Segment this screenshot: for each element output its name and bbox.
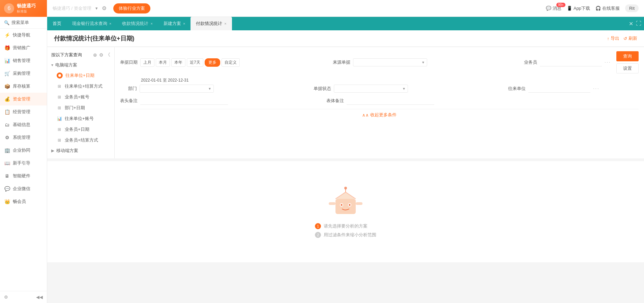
sidebar-search[interactable]: 🔍 搜索菜单 [0, 17, 47, 29]
app-download-button[interactable]: 📱 App下载 [567, 5, 590, 11]
scheme-item-staff-date[interactable]: ⊞ 业务员+日期 [47, 124, 114, 135]
tab-payment[interactable]: 付款情况统计 × [191, 17, 232, 30]
app-label: App下载 [574, 5, 590, 11]
svg-point-9 [344, 187, 347, 189]
sidebar-item-label: 销售管理 [13, 58, 30, 64]
scheme-item-counterpart-account[interactable]: 📊 往来单位+账号 [47, 113, 114, 124]
mobile-group-header[interactable]: ▶ 移动端方案 [47, 146, 114, 156]
collection-tab-close[interactable]: × [150, 22, 152, 26]
sidebar-item-member[interactable]: 👑 畅会员 [0, 195, 47, 208]
svg-rect-7 [356, 202, 362, 205]
topbar-gear-icon[interactable]: ⚙ [102, 5, 107, 11]
collapse-conditions-button[interactable]: ∧∧ 收起更多条件 [120, 109, 639, 121]
sidebar-item-hardware[interactable]: 🖥 智能硬件 [0, 170, 47, 182]
tab-new-scheme[interactable]: 新建方案 × [158, 17, 191, 30]
new-scheme-tab-close[interactable]: × [183, 22, 185, 26]
funds-icon: 💰 [4, 96, 10, 102]
scheme-item-counterpart-date[interactable]: 往来单位+日期 [47, 70, 114, 81]
counterpart-filter: 往来单位 ··· [508, 85, 599, 93]
filter-layout: 按以下方案查询 ⊕ ⚙ 《 ▾ 电脑端方案 [47, 47, 644, 158]
counterpart-dots-icon[interactable]: ··· [593, 86, 599, 92]
sidebar-item-enterprise[interactable]: 🏢 企业协同 [0, 144, 47, 157]
home-tab-label: 首页 [53, 21, 61, 27]
sidebar-item-funds[interactable]: 💰 资金管理 [0, 93, 47, 105]
operations-icon: 📋 [4, 109, 10, 115]
source-select[interactable]: ▾ [353, 58, 427, 66]
body-note-input[interactable] [347, 97, 434, 105]
date-btn-custom[interactable]: 自定义 [222, 58, 240, 67]
scheme-item-dept-date[interactable]: ⊞ 部门+日期 [47, 102, 114, 113]
date-btn-more[interactable]: 更多 [205, 58, 220, 67]
body-note-filter: 表体备注 [326, 97, 434, 105]
sidebar-item-label: 营销推广 [13, 45, 30, 51]
logo-text: 畅捷通巧 [17, 3, 36, 9]
date-btn-this-month[interactable]: 本月 [156, 58, 170, 67]
settings-icon[interactable]: ⚙ [4, 295, 8, 300]
maximize-window-icon[interactable]: ⛶ [636, 21, 641, 27]
svg-rect-1 [335, 199, 356, 214]
user-avatar[interactable]: Rit [625, 4, 639, 12]
payment-tab-close[interactable]: × [224, 22, 226, 26]
collapse-scheme-icon[interactable]: 《 [106, 52, 110, 58]
sidebar-item-sales[interactable]: 📊 销售管理 [0, 54, 47, 67]
quick-nav-icon: ⚡ [4, 32, 10, 38]
doc-status-arrow-icon: ▾ [403, 86, 405, 91]
sidebar-item-label: 快捷导航 [13, 32, 30, 38]
date-btn-7days[interactable]: 近7天 [187, 58, 203, 67]
sidebar-item-purchase[interactable]: 🛒 采购管理 [0, 67, 47, 80]
staff-input[interactable] [540, 58, 602, 66]
sidebar-item-inventory[interactable]: 📦 库存核算 [0, 80, 47, 93]
sidebar-item-label: 采购管理 [13, 70, 30, 77]
source-select-arrow-icon: ▾ [422, 60, 424, 65]
staff-filter: 业务员 ··· [520, 58, 611, 66]
svg-point-4 [341, 204, 343, 206]
topbar-dropdown-icon[interactable]: ▾ [95, 6, 98, 11]
guide-icon: 📖 [4, 160, 10, 166]
date-btn-last-month[interactable]: 上月 [140, 58, 154, 67]
close-window-icon[interactable]: ✕ [629, 21, 633, 27]
sidebar-item-system[interactable]: ⚙ 系统管理 [0, 131, 47, 144]
scheme-group-mobile: ▶ 移动端方案 [47, 146, 114, 156]
system-icon: ⚙ [4, 134, 10, 141]
tab-home[interactable]: 首页 [47, 17, 67, 30]
scheme-group-desktop-header[interactable]: ▾ 电脑端方案 [47, 60, 114, 70]
sidebar-item-basic-info[interactable]: 🗂 基础信息 [0, 118, 47, 131]
tab-bank[interactable]: 现金银行流水查询 × [67, 17, 117, 30]
export-button[interactable]: ↑ 导出 [607, 35, 620, 41]
search-icon: 🔍 [4, 20, 9, 25]
staff-dots-icon[interactable]: ··· [605, 59, 611, 65]
scheme-item-counterpart-payment[interactable]: ⊞ 往来单位+结算方式 [47, 81, 114, 92]
version-text: 标准版 [17, 9, 36, 14]
collapse-sidebar-icon[interactable]: ◀◀ [36, 295, 43, 300]
sidebar-item-label: 系统管理 [13, 134, 30, 141]
sidebar-item-guide[interactable]: 📖 新手引导 [0, 157, 47, 170]
filter-settings-button[interactable]: 设置 [616, 63, 639, 73]
sidebar-item-quick-nav[interactable]: ⚡ 快捷导航 [0, 29, 47, 41]
scheme-item-label: 往来单位+结算方式 [65, 83, 103, 89]
logo-icon: 6 [4, 3, 14, 13]
scheme-settings-icon[interactable]: ⚙ [99, 52, 104, 58]
sidebar-item-weixin[interactable]: 💬 企业微信 [0, 182, 47, 195]
scheme-item-staff-payment[interactable]: ⊞ 业务员+结算方式 [47, 135, 114, 146]
sidebar-item-marketing[interactable]: 🎁 营销推广 [0, 41, 47, 54]
header-note-input[interactable] [140, 97, 228, 105]
counterpart-input[interactable] [528, 85, 590, 93]
date-btn-this-year[interactable]: 本年 [171, 58, 185, 67]
service-button[interactable]: 🎧 在线客服 [595, 5, 620, 11]
trial-button[interactable]: 体验行业方案 [113, 3, 150, 13]
message-button[interactable]: 💬 消息 99+ [546, 5, 561, 11]
doc-status-select[interactable]: ▾ [334, 85, 408, 93]
bank-tab-close[interactable]: × [109, 22, 111, 26]
tab-collection[interactable]: 收款情况统计 × [117, 17, 158, 30]
window-controls: ✕ ⛶ [629, 21, 644, 27]
date-filter: 单据日期 上月 本月 本年 近7天 更多 自定义 [120, 58, 240, 67]
refresh-button[interactable]: ↺ 刷新 [623, 35, 637, 41]
sidebar-item-operations[interactable]: 📋 经营管理 [0, 105, 47, 118]
active-scheme-indicator [57, 72, 63, 79]
add-scheme-icon[interactable]: ⊕ [93, 52, 97, 58]
dept-select[interactable]: ▾ [140, 85, 214, 93]
payment-tab-label: 付款情况统计 [196, 21, 222, 27]
query-button[interactable]: 查询 [616, 51, 639, 61]
marketing-icon: 🎁 [4, 45, 10, 51]
scheme-item-staff-account[interactable]: ⊞ 业务员+账号 [47, 92, 114, 102]
